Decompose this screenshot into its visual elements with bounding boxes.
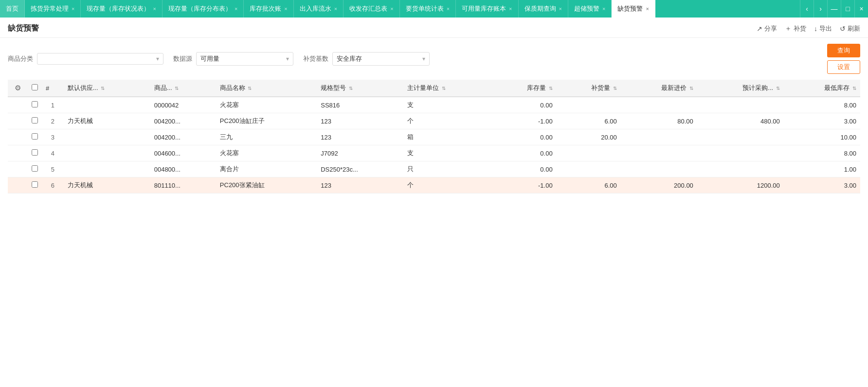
row-replenish-0: [557, 97, 621, 113]
table-gear-icon[interactable]: ⚙: [15, 84, 21, 92]
row-spec-3: J7092: [317, 145, 403, 161]
datasource-value: 可用量: [200, 54, 219, 63]
row-min-stock-5: 3.00: [784, 177, 860, 194]
settings-button[interactable]: 设置: [827, 60, 860, 74]
min-stock-sort-icon[interactable]: ⇅: [852, 86, 856, 91]
est-sort-icon[interactable]: ⇅: [776, 86, 780, 91]
replenish-button[interactable]: ＋ 补货: [785, 24, 806, 33]
export-icon: ↓: [814, 25, 817, 33]
code-sort-icon[interactable]: ⇅: [175, 86, 179, 91]
tab-summary[interactable]: 收发存汇总表 ×: [344, 0, 399, 18]
col-stock-header: 库存量 ⇅: [492, 80, 557, 97]
row-checkbox-2[interactable]: [32, 133, 38, 140]
tab-home[interactable]: 首页: [0, 0, 25, 18]
stock-sort-icon[interactable]: ⇅: [549, 86, 553, 91]
tab-picking[interactable]: 拣货异常处理 ×: [25, 0, 81, 18]
tab-bar: 首页 拣货异常处理 × 现存量（库存状况表） × 现存量（库存分布表） × 库存…: [0, 0, 868, 18]
row-name-3: 火花塞: [216, 145, 317, 161]
row-min-stock-0: 8.00: [784, 97, 860, 113]
datasource-filter-group: 数据源 可用量 ▾: [173, 52, 293, 66]
category-select[interactable]: ▾: [37, 53, 163, 65]
row-gear-4: [8, 161, 27, 177]
tab-close-summary[interactable]: ×: [390, 6, 393, 12]
tab-expiry[interactable]: 保质期查询 ×: [519, 0, 568, 18]
row-code-5: 801110...: [150, 177, 216, 194]
row-checkbox-1[interactable]: [32, 117, 38, 123]
table-body: 1 0000042 火花塞 SS816 支 0.00 8.00 2 力天机械 0…: [8, 97, 860, 194]
row-num-1: 2: [42, 113, 64, 129]
tab-scroll-right[interactable]: ›: [814, 0, 827, 18]
header-actions: ↗ 分享 ＋ 补货 ↓ 导出 ↺ 刷新: [757, 24, 860, 33]
col-code-header: 商品... ⇅: [150, 80, 216, 97]
row-unit-4: 只: [403, 161, 492, 177]
query-button[interactable]: 查询: [827, 44, 860, 57]
page-title: 缺货预警: [8, 23, 757, 34]
unit-sort-icon[interactable]: ⇅: [442, 86, 446, 91]
row-stock-1: -1.00: [492, 113, 557, 129]
row-stock-2: 0.00: [492, 129, 557, 145]
row-stock-5: -1.00: [492, 177, 557, 194]
row-est-3: [697, 145, 784, 161]
price-sort-icon[interactable]: ⇅: [689, 86, 693, 91]
replenish-value: 安全库存: [337, 54, 362, 63]
tab-shortage[interactable]: 缺货预警 ×: [612, 0, 655, 18]
row-num-5: 6: [42, 177, 64, 194]
tab-stock-dist[interactable]: 现存量（库存分布表） ×: [163, 0, 244, 18]
replenish-label: 补货基数: [303, 54, 328, 63]
tab-stock-status[interactable]: 现存量（库存状况表） ×: [81, 0, 162, 18]
row-gear-5: [8, 177, 27, 194]
row-checkbox-4[interactable]: [32, 165, 38, 172]
tab-batch[interactable]: 库存批次账 ×: [244, 0, 293, 18]
share-button[interactable]: ↗ 分享: [757, 24, 777, 33]
replenish-chevron-icon: ▾: [422, 55, 425, 62]
row-checkbox-3[interactable]: [32, 149, 38, 156]
tab-overstock[interactable]: 超储预警 ×: [568, 0, 612, 18]
row-price-0: [621, 97, 697, 113]
datasource-select[interactable]: 可用量 ▾: [196, 52, 293, 66]
row-num-4: 5: [42, 161, 64, 177]
col-supplier-header: 默认供应... ⇅: [64, 80, 150, 97]
tab-close-picking[interactable]: ×: [72, 6, 74, 12]
name-sort-icon[interactable]: ⇅: [248, 86, 252, 91]
tab-available[interactable]: 可用量库存账本 ×: [456, 0, 518, 18]
window-maximize[interactable]: □: [841, 0, 854, 18]
tab-order-stats[interactable]: 要货单统计表 ×: [400, 0, 456, 18]
refresh-button[interactable]: ↺ 刷新: [840, 24, 860, 33]
tab-inout[interactable]: 出入库流水 ×: [294, 0, 344, 18]
tab-close-stock-dist[interactable]: ×: [235, 6, 237, 12]
tab-close-shortage[interactable]: ×: [646, 6, 649, 12]
row-num-2: 3: [42, 129, 64, 145]
tab-scroll-left[interactable]: ‹: [800, 0, 814, 18]
row-checkbox-0[interactable]: [32, 101, 38, 107]
row-unit-5: 个: [403, 177, 492, 194]
export-button[interactable]: ↓ 导出: [814, 24, 832, 33]
window-close[interactable]: ×: [854, 0, 868, 18]
row-checkbox-5[interactable]: [32, 181, 38, 188]
refresh-icon: ↺: [840, 25, 846, 33]
row-code-4: 004800...: [150, 161, 216, 177]
table-row: 2 力天机械 004200... PC200油缸庄子 123 个 -1.00 6…: [8, 113, 860, 129]
filter-actions: 查询 设置: [827, 44, 860, 74]
tab-close-inout[interactable]: ×: [334, 6, 337, 12]
tab-close-batch[interactable]: ×: [284, 6, 287, 12]
window-minimize[interactable]: —: [827, 0, 841, 18]
supplier-sort-icon[interactable]: ⇅: [101, 86, 105, 91]
spec-sort-icon[interactable]: ⇅: [349, 86, 353, 91]
tab-close-order-stats[interactable]: ×: [447, 6, 450, 12]
tab-close-overstock[interactable]: ×: [602, 6, 605, 12]
category-label: 商品分类: [8, 54, 33, 63]
row-num-3: 4: [42, 145, 64, 161]
tab-close-expiry[interactable]: ×: [559, 6, 562, 12]
table-row: 3 004200... 三九 123 箱 0.00 20.00 10.00: [8, 129, 860, 145]
row-est-2: [697, 129, 784, 145]
table-wrapper: ⚙ # 默认供应... ⇅ 商品... ⇅ 商品名称: [0, 80, 868, 201]
replenish-select[interactable]: 安全库存 ▾: [332, 52, 430, 66]
replenish-sort-icon[interactable]: ⇅: [613, 86, 617, 91]
row-unit-1: 个: [403, 113, 492, 129]
row-spec-2: 123: [317, 129, 403, 145]
table-row: 6 力天机械 801110... PC200张紧油缸 123 个 -1.00 6…: [8, 177, 860, 194]
select-all-checkbox[interactable]: [32, 84, 38, 90]
row-gear-0: [8, 97, 27, 113]
tab-close-available[interactable]: ×: [509, 6, 512, 12]
tab-close-stock-status[interactable]: ×: [153, 6, 156, 12]
